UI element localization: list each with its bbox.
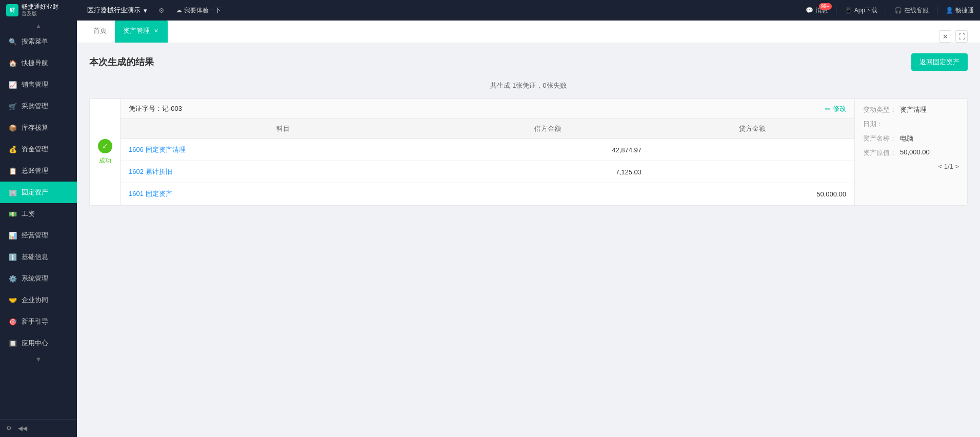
- voucher-table: 科目 借方金额 贷方金额 1606 固定资产清理 42,874.97: [121, 119, 854, 205]
- credit-value: [650, 161, 854, 183]
- sidebar-item-collab[interactable]: 🤝 企业协同: [0, 289, 77, 311]
- header-right: 💬 消息 99+ 📱 App下载 🎧 在线客服 👤 畅捷通: [806, 6, 974, 15]
- sidebar-item-operations[interactable]: 📊 经营管理: [0, 225, 77, 246]
- debit-value: [445, 183, 650, 205]
- logo-icon: 财: [6, 4, 18, 16]
- sidebar-item-basic-info[interactable]: ℹ️ 基础信息: [0, 246, 77, 268]
- asset-name-label: 资产名称：: [863, 134, 900, 143]
- success-icon: ✓: [98, 139, 112, 153]
- panel-expand-button[interactable]: ⛶: [955, 30, 968, 43]
- voucher-no: 凭证字号：记-003: [129, 104, 182, 113]
- sidebar-collapse-button[interactable]: ◀◀: [18, 425, 27, 432]
- sidebar-item-sales[interactable]: 📈 销售管理: [0, 74, 77, 95]
- panel-close-button[interactable]: ✕: [939, 30, 951, 43]
- tab-home[interactable]: 首页: [85, 21, 115, 43]
- inventory-icon: 📦: [8, 123, 17, 132]
- page-content: 本次生成的结果 返回固定资产 共生成 1张凭证，0张失败 ✓ 成功 凭证字号：记…: [77, 43, 980, 437]
- success-text: 成功: [99, 156, 111, 165]
- company-selector[interactable]: 医疗器械行业演示 ▾: [83, 4, 151, 17]
- search-icon: 🔍: [8, 37, 17, 46]
- side-pagination[interactable]: < 1/1 >: [863, 163, 959, 170]
- sidebar-item-salary[interactable]: 💵 工资: [0, 203, 77, 225]
- asset-name-row: 资产名称： 电脑: [863, 134, 959, 143]
- try-button[interactable]: ☁ 我要体验一下: [172, 4, 225, 17]
- salary-icon: 💵: [8, 209, 17, 218]
- credit-value: 50,000.00: [650, 183, 854, 205]
- sidebar-item-inventory[interactable]: 📦 库存核算: [0, 117, 77, 138]
- logo-text: 畅捷通好业财: [22, 3, 58, 10]
- table-row: 1606 固定资产清理 42,874.97: [121, 139, 854, 161]
- change-type-row: 变动类型： 资产清理: [863, 105, 959, 114]
- sidebar-item-system[interactable]: ⚙️ 系统管理: [0, 268, 77, 289]
- sidebar-item-purchase[interactable]: 🛒 采购管理: [0, 95, 77, 117]
- voucher-side-panel: 变动类型： 资产清理 日期： 资产名称： 电脑 资产原值： 50,000.00: [854, 99, 967, 205]
- cloud-icon: ☁: [176, 7, 182, 14]
- sidebar-item-quicknav[interactable]: 🏠 快捷导航: [0, 52, 77, 74]
- subject-link[interactable]: 1602 累计折旧: [121, 161, 445, 183]
- change-type-value: 资产清理: [900, 105, 927, 114]
- date-row: 日期：: [863, 120, 959, 129]
- page-title: 本次生成的结果: [89, 56, 154, 68]
- download-icon: 📱: [845, 7, 852, 14]
- sidebar-item-app-center[interactable]: 🔲 应用中心: [0, 332, 77, 354]
- divider: [836, 6, 836, 14]
- voucher-card: ✓ 成功 凭证字号：记-003 ✏ 修改: [89, 98, 968, 206]
- subject-link[interactable]: 1606 固定资产清理: [121, 139, 445, 161]
- sidebar-item-search[interactable]: 🔍 搜索菜单: [0, 31, 77, 52]
- online-service-button[interactable]: 🎧 在线客服: [894, 6, 929, 15]
- sidebar-settings-button[interactable]: ⚙: [6, 425, 12, 432]
- asset-name-value: 电脑: [900, 134, 913, 143]
- original-value-label: 资产原值：: [863, 148, 900, 157]
- sidebar-item-guide[interactable]: 🎯 新手引导: [0, 311, 77, 332]
- guide-icon: 🎯: [8, 317, 17, 326]
- top-header: 财 畅捷通好业财 普及版 医疗器械行业演示 ▾ ⚙ ☁ 我要体验一下 💬 消息 …: [0, 0, 980, 21]
- subject-link[interactable]: 1601 固定资产: [121, 183, 445, 205]
- tab-bar: 首页 资产管理 ✕ ✕ ⛶: [77, 21, 980, 43]
- main-layout: ▲ 🔍 搜索菜单 🏠 快捷导航 📈 销售管理 🛒 采购管理 📦 库存核算 💰 资…: [0, 21, 980, 437]
- funds-icon: 💰: [8, 145, 17, 154]
- logo-area: 财 畅捷通好业财 普及版: [6, 3, 83, 17]
- sidebar-item-funds[interactable]: 💰 资金管理: [0, 138, 77, 160]
- table-row: 1602 累计折旧 7,125.03: [121, 161, 854, 183]
- user-menu[interactable]: 👤 畅捷通: [946, 6, 974, 15]
- header-middle: 医疗器械行业演示 ▾ ⚙ ☁ 我要体验一下: [83, 4, 806, 17]
- divider: [937, 6, 937, 14]
- settings-icon[interactable]: ⚙: [156, 5, 167, 16]
- ledger-icon: 📋: [8, 166, 17, 175]
- operations-icon: 📊: [8, 231, 17, 240]
- sidebar-item-ledger[interactable]: 📋 总账管理: [0, 160, 77, 182]
- collab-icon: 🤝: [8, 295, 17, 305]
- sidebar-footer: ⚙ ◀◀: [0, 419, 77, 437]
- headset-icon: 🎧: [894, 7, 902, 14]
- original-value-row: 资产原值： 50,000.00: [863, 148, 959, 157]
- home-icon: 🏠: [8, 58, 17, 68]
- table-row: 1601 固定资产 50,000.00: [121, 183, 854, 205]
- edit-icon: ✏: [825, 105, 831, 113]
- col-subject: 科目: [121, 119, 445, 139]
- edit-voucher-button[interactable]: ✏ 修改: [825, 104, 846, 113]
- voucher-main: 凭证字号：记-003 ✏ 修改 科目 借方金额 贷方金额: [121, 99, 854, 205]
- app-download-button[interactable]: 📱 App下载: [845, 6, 877, 15]
- tab-close-button[interactable]: ✕: [153, 28, 159, 34]
- purchase-icon: 🛒: [8, 102, 17, 111]
- content-area: 首页 资产管理 ✕ ✕ ⛶ 本次生成的结果 返回固定资产 共生成 1张凭证，0张…: [77, 21, 980, 437]
- col-credit: 贷方金额: [650, 119, 854, 139]
- tab-asset-mgmt[interactable]: 资产管理 ✕: [115, 21, 168, 43]
- voucher-status-col: ✓ 成功: [90, 99, 121, 205]
- debit-value: 42,874.97: [445, 139, 650, 161]
- return-button[interactable]: 返回固定资产: [911, 53, 968, 71]
- messages-badge: 99+: [819, 3, 832, 10]
- message-icon: 💬: [806, 7, 813, 14]
- sales-icon: 📈: [8, 80, 17, 89]
- sidebar-scroll-down[interactable]: ▼: [0, 354, 77, 364]
- chevron-down-icon: ▾: [144, 7, 147, 14]
- original-value-value: 50,000.00: [900, 148, 930, 157]
- change-type-label: 变动类型：: [863, 105, 900, 114]
- messages-button[interactable]: 💬 消息 99+: [806, 6, 828, 15]
- sidebar-item-fixed-assets[interactable]: 🏢 固定资产: [0, 182, 77, 203]
- app-center-icon: 🔲: [8, 339, 17, 348]
- sidebar-scroll-up[interactable]: ▲: [0, 21, 77, 31]
- col-debit: 借方金额: [445, 119, 650, 139]
- debit-value: 7,125.03: [445, 161, 650, 183]
- date-label: 日期：: [863, 120, 900, 129]
